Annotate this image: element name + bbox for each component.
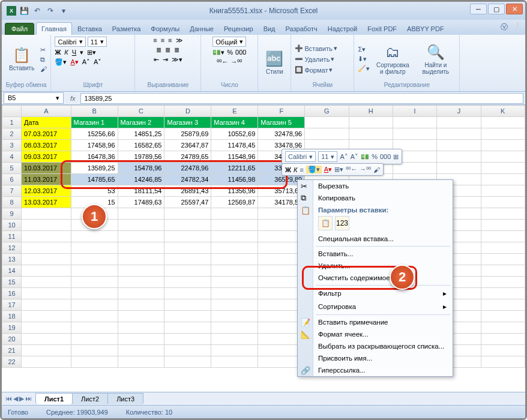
formula-input[interactable]: 13589,25	[80, 93, 523, 104]
number-format-combo[interactable]: Общий▾	[212, 37, 246, 47]
paste-option-2-icon[interactable]: 123	[335, 216, 349, 230]
tab-abbyy[interactable]: ABBYY PDF	[402, 23, 449, 35]
ctx-cut[interactable]: ✂Вырезать	[298, 180, 453, 192]
font-color-button[interactable]: А▾	[70, 58, 78, 66]
ctx-paste-icons: 📋 123	[298, 216, 453, 233]
tab-insert[interactable]: Вставка	[73, 23, 107, 35]
mini-size-combo[interactable]: 11 ▾	[318, 151, 337, 162]
annotation-badge-1: 1	[82, 204, 107, 229]
italic-button[interactable]: К	[64, 49, 68, 56]
copy-icon[interactable]: ⧉	[40, 56, 47, 64]
annotation-badge-2: 2	[390, 265, 415, 290]
cells-delete-button[interactable]: ➖ Удалить ▾	[295, 55, 337, 63]
status-count: Количество: 10	[126, 409, 172, 416]
mini-border-icon[interactable]: ⊞	[393, 153, 399, 161]
tab-file[interactable]: Файл	[5, 23, 34, 35]
col-header[interactable]: A	[22, 106, 71, 117]
cut-icon[interactable]: ✂	[40, 46, 47, 54]
ctx-hyperlink[interactable]: 🔗Гиперссылка...	[298, 364, 453, 376]
undo-icon[interactable]: ↶	[32, 5, 43, 16]
fx-icon[interactable]: fx	[65, 95, 80, 102]
group-clipboard-label: Буфер обмена	[5, 82, 47, 89]
chevron-down-icon[interactable]: ▾	[56, 94, 59, 102]
maximize-button[interactable]: ▢	[488, 4, 505, 14]
tab-home[interactable]: Главная	[36, 22, 72, 35]
paste-button[interactable]: 📋Вставить	[5, 44, 38, 74]
ctx-insert[interactable]: Вставить...	[298, 248, 453, 260]
ctx-filter[interactable]: Фильтр▸	[298, 287, 453, 300]
tab-foxit[interactable]: Foxit PDF	[363, 23, 402, 35]
cut-icon: ✂	[301, 182, 307, 191]
align-left-icon[interactable]: ≣	[156, 46, 161, 54]
sort-filter-button[interactable]: 🗂Сортировка и фильтр	[371, 41, 414, 77]
mini-comma-icon[interactable]: 000	[380, 153, 391, 160]
border-button[interactable]: ⊞▾	[87, 49, 96, 56]
mini-currency-icon[interactable]: 💵	[361, 153, 369, 161]
tab-data[interactable]: Данные	[185, 23, 218, 35]
status-ready: Готово	[8, 409, 28, 416]
tab-layout[interactable]: Разметка	[107, 23, 146, 35]
autosum-icon[interactable]: Σ▾	[358, 46, 370, 53]
close-button[interactable]: ✕	[506, 4, 523, 14]
bold-button[interactable]: Ж	[55, 49, 61, 56]
ctx-dropdown-list[interactable]: Выбрать из раскрывающегося списка...	[298, 340, 453, 352]
mini-format-painter-icon[interactable]: 🖌	[373, 166, 380, 173]
find-select-button[interactable]: 🔍Найти и выделить	[415, 41, 456, 77]
sheet-nav-first-icon[interactable]: ⏮	[5, 395, 12, 403]
format-painter-icon[interactable]: 🖌	[40, 65, 47, 73]
ctx-sort[interactable]: Сортировка▸	[298, 300, 453, 313]
status-average: Среднее: 19903,949	[46, 409, 108, 416]
align-top-icon[interactable]: ≡	[153, 37, 157, 44]
ctx-clear[interactable]: Очистить содержимое	[298, 272, 453, 284]
sheet-nav-prev-icon[interactable]: ◀	[13, 395, 18, 403]
fill-color-button[interactable]: 🪣▾	[55, 58, 67, 66]
paste-icon: 📋	[13, 47, 31, 64]
select-all-cell[interactable]	[2, 106, 22, 117]
tab-developer[interactable]: Разработч	[281, 23, 322, 35]
window-title: Книга55551.xlsx - Microsoft Excel	[209, 7, 318, 15]
fill-icon[interactable]: ⬇▾	[358, 55, 370, 63]
tab-view[interactable]: Вид	[259, 23, 280, 35]
help-icon[interactable]: ❔	[511, 22, 520, 32]
sheet-tab-2[interactable]: Лист2	[72, 393, 108, 404]
ctx-copy[interactable]: ⧉Копировать	[298, 192, 453, 204]
font-size-combo[interactable]: 11▾	[88, 37, 107, 47]
mini-toolbar-row2[interactable]: ЖК ≡🪣▾ А▾ ⊞▾ ⁰⁰←→⁰⁰ 🖌	[282, 163, 384, 176]
redo-icon[interactable]: ↷	[45, 5, 56, 16]
underline-button[interactable]: Ч	[72, 49, 76, 56]
ribbon-minimize-icon[interactable]: ⓥ	[501, 22, 508, 32]
save-icon[interactable]: 💾	[19, 5, 29, 16]
find-icon: 🔍	[427, 44, 445, 61]
sheet-nav-next-icon[interactable]: ▶	[19, 395, 24, 403]
sort-icon: 🗂	[385, 44, 400, 61]
clear-icon[interactable]: 🧹▾	[358, 65, 370, 73]
ctx-format-cells[interactable]: 📐Формат ячеек...	[298, 328, 453, 340]
ctx-comment[interactable]: 📝Вставить примечание	[298, 316, 453, 328]
sheet-tab-1[interactable]: Лист1	[35, 393, 73, 404]
quick-access-toolbar: X 💾 ↶ ↷ ▾	[2, 5, 69, 16]
mini-bold-button[interactable]: Ж	[285, 166, 291, 173]
cells-format-button[interactable]: 🔲 Формат ▾	[295, 66, 337, 74]
sheet-tab-3[interactable]: Лист3	[107, 393, 143, 404]
minimize-button[interactable]: ─	[470, 4, 487, 14]
excel-icon: X	[7, 6, 16, 16]
sheet-nav-last-icon[interactable]: ⏭	[25, 395, 32, 403]
tab-addins[interactable]: Надстрой	[323, 23, 362, 35]
mini-toolbar[interactable]: Calibri ▾ 11 ▾ A˄A˅ 💵% 000 ⊞	[282, 149, 402, 164]
tab-review[interactable]: Рецензир	[219, 23, 258, 35]
ribbon: 📋Вставить ✂ ⧉ 🖌 Буфер обмена Calibri▾ 11…	[2, 35, 525, 92]
font-name-combo[interactable]: Calibri▾	[55, 37, 85, 47]
copy-icon: ⧉	[301, 193, 306, 203]
paste-option-1-icon[interactable]: 📋	[318, 216, 333, 230]
tab-formulas[interactable]: Формулы	[146, 23, 184, 35]
ctx-paste-special[interactable]: Специальная вставка...	[298, 233, 453, 245]
status-bar: Готово Среднее: 19903,949 Количество: 10	[2, 405, 525, 418]
ctx-define-name[interactable]: Присвоить имя...	[298, 352, 453, 364]
cells-insert-button[interactable]: ➕ Вставить ▾	[295, 44, 337, 52]
name-box[interactable]: B5▾	[4, 92, 64, 104]
comment-icon: 📝	[301, 318, 310, 327]
styles-button[interactable]: 🔤Стили	[262, 48, 287, 77]
mini-font-combo[interactable]: Calibri ▾	[285, 151, 316, 162]
qat-dropdown-icon[interactable]: ▾	[58, 5, 69, 16]
ctx-delete[interactable]: Удалить...	[298, 260, 453, 272]
